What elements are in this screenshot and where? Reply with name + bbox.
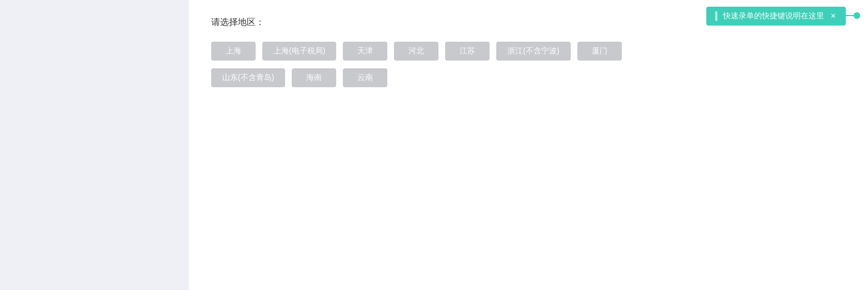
region-btn-1-0[interactable]: 山东(不含青岛): [211, 68, 285, 87]
region-btn-1-2[interactable]: 云南: [343, 68, 387, 87]
region-btn-1-1[interactable]: 海南: [292, 68, 336, 87]
tooltip-bar: 快速录单的快捷键说明在这里 ×: [706, 7, 846, 26]
region-btn-0-2[interactable]: 天津: [343, 42, 387, 61]
tooltip-close-button[interactable]: ×: [830, 12, 837, 21]
tooltip-accent: [715, 11, 717, 21]
region-btn-0-6[interactable]: 厦门: [577, 42, 622, 61]
region-row-1: 山东(不含青岛)海南云南: [211, 68, 846, 87]
region-btn-0-0[interactable]: 上海: [211, 42, 256, 61]
region-btn-0-3[interactable]: 河北: [394, 42, 438, 61]
region-row-0: 上海上海(电子税局)天津河北江苏浙江(不含宁波)厦门: [211, 42, 846, 61]
region-buttons-container: 上海上海(电子税局)天津河北江苏浙江(不含宁波)厦门山东(不含青岛)海南云南: [211, 42, 846, 87]
tooltip-connector-dot: [854, 12, 860, 19]
tooltip-label: 快速录单的快捷键说明在这里: [723, 11, 824, 21]
main-content: 请选择地区： 上海上海(电子税局)天津河北江苏浙江(不含宁波)厦门山东(不含青岛…: [189, 0, 868, 290]
left-sidebar: [0, 0, 189, 290]
region-btn-0-1[interactable]: 上海(电子税局): [262, 42, 336, 61]
region-btn-0-4[interactable]: 江苏: [445, 42, 490, 61]
tooltip-connector-line: [846, 15, 854, 16]
region-btn-0-5[interactable]: 浙江(不含宁波): [496, 42, 570, 61]
